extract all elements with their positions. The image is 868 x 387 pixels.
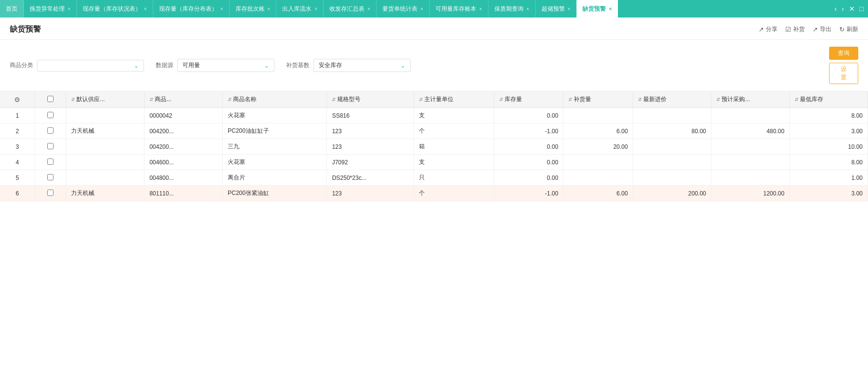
stock-column-header[interactable]: ⇵ 库存量 — [494, 91, 563, 108]
table-row[interactable]: 4004600...火花塞J7092支0.008.00 — [0, 155, 868, 170]
tab-close-all-btn[interactable]: ✕ — [847, 4, 857, 14]
row-checkbox[interactable] — [35, 123, 66, 139]
minstock-column-header[interactable]: ⇵ 最低库存 — [790, 91, 868, 108]
sort-icon: ⇵ — [332, 97, 336, 102]
sort-icon: ⇵ — [149, 97, 153, 102]
row-checkbox[interactable] — [35, 139, 66, 155]
tab-label: 可用量库存账本 — [435, 5, 476, 13]
datasource-select[interactable]: 可用量 ⌄ — [177, 59, 274, 72]
row-min-stock: 3.00 — [790, 186, 868, 201]
share-icon: ↗ — [759, 26, 764, 33]
row-checkbox-input[interactable] — [47, 174, 54, 180]
table-container: ⚙ ⇵ 默认供应... ⇵ 商品... — [0, 91, 868, 201]
price-column-header[interactable]: ⇵ 最新进价 — [633, 91, 711, 108]
tab-item-overstock[interactable]: 超储预警 × — [536, 0, 577, 18]
tab-close-icon[interactable]: × — [220, 6, 223, 12]
tab-item-defect-handling[interactable]: 拣货异常处理 × — [24, 0, 77, 18]
tab-close-icon[interactable]: × — [526, 6, 529, 12]
category-select[interactable]: ⌄ — [37, 60, 144, 71]
supplier-column-header[interactable]: ⇵ 默认供应... — [66, 91, 145, 108]
sort-icon: ⇵ — [568, 97, 572, 102]
row-stock: 0.00 — [494, 155, 563, 170]
table-row[interactable]: 3004200...三九123箱0.0020.0010.00 — [0, 139, 868, 155]
tab-item-batch-account[interactable]: 库存批次账 × — [230, 0, 277, 18]
code-column-header[interactable]: ⇵ 商品... — [145, 91, 223, 108]
row-checkbox[interactable] — [35, 155, 66, 170]
purchase-column-header[interactable]: ⇵ 预计采购... — [711, 91, 790, 108]
refresh-button[interactable]: ↻ 刷新 — [839, 25, 858, 34]
tab-close-icon[interactable]: × — [314, 6, 317, 12]
settings-button[interactable]: 设置 — [829, 63, 858, 84]
unit-column-header[interactable]: ⇵ 主计量单位 — [414, 91, 494, 108]
tab-close-icon[interactable]: × — [68, 6, 71, 12]
row-checkbox[interactable] — [35, 108, 66, 123]
tab-close-icon[interactable]: × — [479, 6, 482, 12]
select-all-checkbox[interactable] — [47, 96, 54, 102]
tab-item-order-stats[interactable]: 要货单统计表 × — [377, 0, 430, 18]
table-body: 10000042火花塞SS816支0.008.002力天机械004200...P… — [0, 108, 868, 201]
tab-item-expiry-query[interactable]: 保质期查询 × — [488, 0, 536, 18]
row-est-purchase — [711, 108, 790, 123]
row-min-stock: 8.00 — [790, 155, 868, 170]
row-checkbox[interactable] — [35, 170, 66, 186]
settings-column-header[interactable]: ⚙ — [0, 91, 35, 108]
tab-close-icon[interactable]: × — [420, 6, 423, 12]
table-row[interactable]: 5004800...离合片DS250*23c...只0.001.00 — [0, 170, 868, 186]
tab-item-stock-dist[interactable]: 现存量（库存分布表） × — [153, 0, 230, 18]
row-checkbox-input[interactable] — [47, 127, 54, 134]
tab-label: 现存量（库存状况表） — [83, 5, 141, 13]
row-checkbox-input[interactable] — [47, 158, 54, 165]
row-supplier: 力天机械 — [66, 186, 145, 201]
tab-close-icon[interactable]: × — [568, 6, 571, 12]
row-restock — [563, 155, 633, 170]
main-content: 缺货预警 ↗ 分享 ☑ 补货 ↗ 导出 ↻ 刷新 商品分类 — [0, 18, 868, 387]
restock-base-select[interactable]: 安全库存 ⌄ — [313, 59, 411, 72]
purchase-col-label: 预计采购... — [722, 95, 750, 104]
tab-close-icon[interactable]: × — [609, 6, 612, 12]
row-checkbox[interactable] — [35, 186, 66, 201]
row-est-purchase — [711, 155, 790, 170]
row-checkbox-input[interactable] — [47, 112, 54, 118]
tab-close-icon[interactable]: × — [144, 6, 147, 12]
table-row[interactable]: 10000042火花塞SS816支0.008.00 — [0, 108, 868, 123]
table-row[interactable]: 2力天机械004200...PC200油缸缸子123个-1.006.0080.0… — [0, 123, 868, 139]
table-row[interactable]: 6力天机械801110...PC200张紧油缸123个-1.006.00200.… — [0, 186, 868, 201]
tab-prev-btn[interactable]: ‹ — [832, 4, 839, 14]
tab-close-icon[interactable]: × — [268, 6, 271, 12]
stock-col-label: 库存量 — [505, 95, 522, 104]
restock-base-chevron-icon: ⌄ — [400, 62, 405, 69]
query-button[interactable]: 查询 — [829, 47, 858, 60]
tab-item-recv-summary[interactable]: 收发存汇总表 × — [324, 0, 377, 18]
tab-next-btn[interactable]: › — [839, 4, 847, 14]
tab-expand-btn[interactable]: □ — [857, 4, 866, 14]
tab-item-stock-status[interactable]: 现存量（库存状况表） × — [77, 0, 153, 18]
tab-label: 首页 — [6, 5, 18, 13]
refresh-icon: ↻ — [839, 26, 845, 33]
tab-label: 缺货预警 — [582, 5, 606, 13]
restock-button[interactable]: ☑ 补货 — [785, 25, 805, 34]
spec-column-header[interactable]: ⇵ 规格型号 — [327, 91, 414, 108]
row-restock: 20.00 — [563, 139, 633, 155]
tab-item-inout-flow[interactable]: 出入库流水 × — [276, 0, 324, 18]
row-index: 4 — [0, 155, 35, 170]
row-stock: 0.00 — [494, 170, 563, 186]
restock-column-header[interactable]: ⇵ 补货量 — [563, 91, 633, 108]
restock-icon: ☑ — [785, 26, 791, 33]
row-index: 2 — [0, 123, 35, 139]
tab-item-avail-ledger[interactable]: 可用量库存账本 × — [430, 0, 488, 18]
row-checkbox-input[interactable] — [47, 190, 54, 196]
row-unit: 箱 — [414, 139, 494, 155]
tab-item-home[interactable]: 首页 — [0, 0, 24, 18]
data-table: ⚙ ⇵ 默认供应... ⇵ 商品... — [0, 91, 868, 201]
row-checkbox-input[interactable] — [47, 143, 54, 149]
gear-icon: ⚙ — [14, 96, 20, 104]
tab-item-shortage[interactable]: 缺货预警 × — [577, 0, 618, 18]
name-column-header[interactable]: ⇵ 商品名称 — [222, 91, 326, 108]
checkbox-column-header[interactable] — [35, 91, 66, 108]
tab-close-icon[interactable]: × — [367, 6, 370, 12]
name-col-label: 商品名称 — [233, 95, 256, 104]
export-button[interactable]: ↗ 导出 — [813, 25, 832, 34]
share-button[interactable]: ↗ 分享 — [759, 25, 778, 34]
row-unit: 个 — [414, 186, 494, 201]
row-name: 火花塞 — [222, 155, 326, 170]
